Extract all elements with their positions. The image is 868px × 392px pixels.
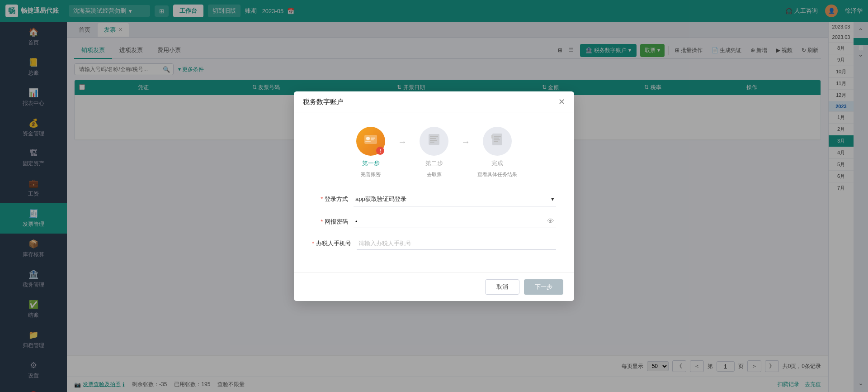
step-1-desc: 完善账密 (361, 171, 381, 178)
eye-icon[interactable]: 👁 (545, 217, 556, 225)
login-method-label: * 登录方式 (312, 195, 348, 203)
svg-rect-5 (429, 134, 439, 145)
svg-rect-0 (364, 135, 377, 144)
password-input-wrap: 👁 (354, 215, 556, 228)
step-3: 完成 查看具体任务结果 (470, 127, 524, 178)
svg-rect-2 (371, 138, 375, 139)
steps-row: ! 第一步 完善账密 → (312, 127, 556, 178)
step-1-icon-wrap: ! (356, 127, 385, 156)
step-3-icon-wrap (483, 127, 512, 156)
svg-rect-9 (430, 142, 434, 143)
modal-footer: 取消 下一步 (294, 272, 574, 301)
svg-point-1 (366, 137, 370, 140)
step-3-desc: 查看具体任务结果 (477, 171, 517, 178)
svg-rect-4 (365, 141, 371, 142)
step-1-label: 第一步 (362, 159, 380, 167)
login-method-select[interactable]: app获取验证码登录 ▾ (354, 192, 556, 206)
step-2-label: 第二步 (425, 159, 443, 167)
svg-rect-15 (491, 135, 493, 139)
svg-rect-7 (430, 138, 436, 139)
password-input[interactable] (354, 215, 545, 228)
required-star2: * (321, 218, 323, 225)
step-3-label: 完成 (491, 159, 503, 167)
next-button[interactable]: 下一步 (524, 279, 563, 295)
step-2: 第二步 去取票 (407, 127, 461, 178)
modal-overlay[interactable]: 税务数字账户 ✕ (0, 0, 868, 392)
form-row-phone: * 办税人手机号 (312, 237, 556, 250)
phone-input[interactable] (357, 237, 556, 250)
tax-account-modal: 税务数字账户 ✕ (294, 91, 574, 301)
step-2-icon (427, 132, 441, 150)
modal-title: 税务数字账户 (303, 98, 344, 106)
modal-close-button[interactable]: ✕ (558, 98, 565, 106)
password-label: * 网报密码 (312, 218, 348, 226)
phone-label: * 办税人手机号 (312, 239, 351, 248)
modal-header: 税务数字账户 ✕ (294, 91, 574, 113)
cancel-button[interactable]: 取消 (485, 279, 519, 295)
step-2-icon-wrap (420, 127, 448, 156)
login-method-value: app获取验证码登录 (355, 195, 406, 203)
step-1: ! 第一步 完善账密 (344, 127, 398, 178)
step-3-icon (490, 132, 505, 150)
svg-rect-12 (494, 138, 499, 139)
select-arrow-icon: ▾ (551, 196, 554, 202)
svg-rect-14 (494, 141, 498, 142)
required-star: * (321, 196, 323, 202)
svg-rect-8 (430, 140, 437, 141)
svg-rect-3 (371, 139, 374, 140)
step-1-icon (363, 132, 378, 150)
step-arrow-2: → (461, 137, 470, 147)
required-star3: * (312, 240, 314, 247)
step-1-badge: ! (376, 147, 384, 155)
step-2-desc: 去取票 (427, 171, 442, 178)
form-row-password: * 网报密码 👁 (312, 215, 556, 228)
svg-rect-6 (430, 136, 438, 137)
modal-body: ! 第一步 完善账密 → (294, 113, 574, 272)
svg-rect-11 (494, 136, 501, 137)
form-row-login-method: * 登录方式 app获取验证码登录 ▾ (312, 192, 556, 206)
svg-rect-13 (494, 139, 500, 140)
step-arrow-1: → (398, 137, 407, 147)
